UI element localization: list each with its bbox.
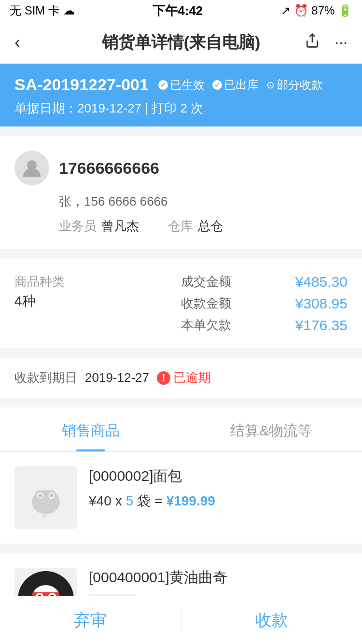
owed-amount-row: 本单欠款 ¥176.35 (181, 317, 348, 334)
cancel-audit-button[interactable]: 弃审 (0, 609, 181, 631)
product-eq-1: = (154, 493, 162, 509)
share-button[interactable] (305, 33, 320, 52)
clock-icon: ⊙ (266, 79, 275, 91)
stats-section: 商品种类 4种 成交金额 ¥485.30 收款金额 ¥308.95 本单欠款 ¥… (0, 259, 362, 348)
stats-goods-type: 商品种类 4种 (14, 273, 181, 310)
tab-settlement[interactable]: 结算&物流等 (181, 407, 362, 451)
sales-label: 业务员 (59, 218, 97, 235)
receive-payment-button[interactable]: 收款 (181, 609, 362, 631)
warehouse-value: 总仓 (198, 218, 223, 235)
page-title: 销货单详情(来自电脑) (102, 31, 261, 54)
status-right: ↗ ⏰ 87% 🔋 (281, 4, 352, 17)
stats-amounts: 成交金额 ¥485.30 收款金额 ¥308.95 本单欠款 ¥176.35 (181, 273, 348, 334)
customer-name: 17666666666 (59, 159, 159, 178)
status-payment: ⊙ 部分收款 (266, 77, 323, 93)
customer-meta: 业务员 曾凡杰 仓库 总仓 (59, 218, 348, 235)
sales-value: 曾凡杰 (101, 218, 139, 235)
nav-actions: ··· (305, 33, 348, 52)
nav-bar: ‹ 销货单详情(来自电脑) ··· (0, 21, 362, 64)
banner-doc-date: 单据日期：2019-12-27 | 打印 2 次 (14, 100, 348, 117)
banner-top: SA-20191227-001 已生效 已出库 ⊙ 部分收款 (14, 75, 348, 94)
svg-point-8 (50, 494, 53, 497)
product-total-1: ¥199.99 (167, 493, 215, 509)
transaction-amount-value: ¥485.30 (295, 274, 348, 290)
transaction-amount-label: 成交金额 (181, 273, 231, 290)
owed-amount-label: 本单欠款 (181, 317, 231, 334)
product-price-1: ¥40 (89, 493, 111, 509)
svg-text:鱼+: 鱼+ (42, 514, 49, 518)
received-amount-value: ¥308.95 (295, 295, 348, 312)
received-amount-label: 收款金额 (181, 295, 231, 312)
product-price-row-1: ¥40 x 5 袋 = ¥199.99 (89, 492, 348, 510)
check-effective-icon (158, 80, 168, 90)
back-button[interactable]: ‹ (10, 28, 25, 57)
overdue-text: 已逾期 (173, 369, 211, 386)
goods-type-value: 4种 (14, 292, 181, 310)
product-qty-1: 5 (126, 493, 134, 509)
sim-label: 无 SIM 卡 ☁ (10, 3, 75, 18)
received-amount-row: 收款金额 ¥308.95 (181, 295, 348, 312)
order-header-banner: SA-20191227-001 已生效 已出库 ⊙ 部分收款 单据日期：2019… (0, 64, 362, 126)
status-effective: 已生效 (158, 77, 205, 93)
tabs-section: 销售商品 结算&物流等 (0, 407, 362, 452)
product-thumb-1: 鱼+ (14, 466, 77, 529)
customer-section: 17666666666 张，156 6666 6666 业务员 曾凡杰 仓库 总… (0, 136, 362, 249)
tabs-row: 销售商品 结算&物流等 (0, 407, 362, 451)
status-time: 下午4:42 (153, 2, 203, 19)
order-id: SA-20191227-001 (14, 75, 149, 94)
status-bar: 无 SIM 卡 ☁ 下午4:42 ↗ ⏰ 87% 🔋 (0, 0, 362, 21)
product-unit-1: 袋 (137, 492, 151, 510)
customer-contact: 张，156 6666 6666 (59, 193, 348, 210)
overdue-icon: ! (157, 371, 170, 385)
due-date-value: 2019-12-27 (85, 370, 149, 385)
svg-point-7 (39, 494, 42, 497)
goods-type-label: 商品种类 (14, 273, 181, 290)
due-date-section: 收款到期日 2019-12-27 ! 已逾期 (0, 358, 362, 398)
bottom-bar: 弃审 收款 (0, 596, 362, 644)
product-name-2: [000400001]黄油曲奇 (89, 568, 348, 588)
product-info-1: [0000002]面包 ¥40 x 5 袋 = ¥199.99 (89, 466, 348, 510)
product-x-1: x (115, 493, 122, 509)
more-button[interactable]: ··· (334, 33, 348, 51)
status-shipped: 已出库 (212, 77, 259, 93)
battery-label: ↗ ⏰ 87% 🔋 (281, 4, 352, 17)
product-item: 鱼+ [0000002]面包 ¥40 x 5 袋 = ¥199.99 (0, 452, 362, 544)
transaction-amount-row: 成交金额 ¥485.30 (181, 273, 348, 290)
warehouse-label: 仓库 (168, 218, 193, 235)
due-date-label: 收款到期日 (14, 369, 77, 386)
tab-products[interactable]: 销售商品 (0, 407, 181, 451)
status-tags: 已生效 已出库 ⊙ 部分收款 (158, 77, 323, 93)
owed-amount-value: ¥176.35 (295, 317, 348, 334)
customer-row: 17666666666 (14, 151, 348, 185)
customer-avatar (14, 151, 49, 185)
check-shipped-icon (212, 80, 222, 90)
product-name-1: [0000002]面包 (89, 466, 348, 486)
status-left: 无 SIM 卡 ☁ (10, 3, 75, 18)
overdue-badge: ! 已逾期 (157, 369, 211, 386)
